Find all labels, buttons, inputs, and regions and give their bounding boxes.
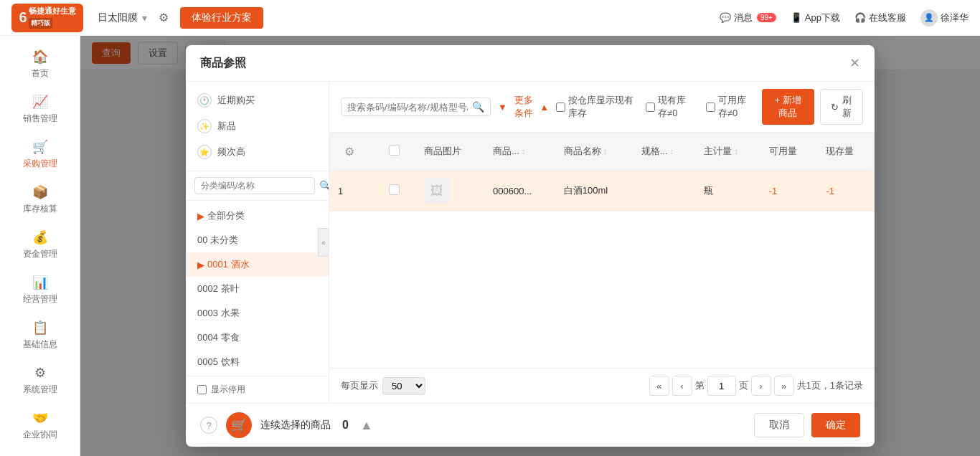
star-icon: ⭐ (197, 145, 212, 159)
cart-btn[interactable]: 🛒 (226, 412, 252, 438)
filter-btn[interactable]: ▼ 更多条件 ▲ (498, 94, 549, 120)
cell-spec (633, 171, 696, 212)
top-nav: 6 畅捷通好生意 精巧版 日太阳膜 ▾ ⚙ 体验行业方案 💬 消息 99+ 📱 … (0, 0, 980, 36)
checkbox-warehouse-input[interactable] (556, 103, 565, 112)
sidebar-item-system[interactable]: ⚙ 系统管理 (0, 358, 80, 403)
category-0005-label: 0005 饮料 (197, 356, 240, 369)
cancel-btn[interactable]: 取消 (754, 413, 804, 437)
sidebar-item-enterprise[interactable]: 🤝 企业协同 (0, 403, 80, 448)
clock-icon: 🕐 (197, 93, 212, 108)
category-all[interactable]: ▶ 全部分类 (186, 204, 329, 228)
sidebar-item-finance[interactable]: 💰 资金管理 (0, 222, 80, 267)
purchase-icon: 🛒 (32, 139, 48, 155)
next-page-btn[interactable]: › (751, 376, 771, 396)
cell-idx: 1 (329, 171, 380, 212)
show-disabled: 显示停用 (186, 376, 329, 403)
page-input[interactable] (707, 376, 736, 396)
user-item[interactable]: 👤 徐泽华 (920, 9, 969, 27)
brand-icon: 6 (19, 9, 27, 26)
modal-header: 商品参照 ✕ (186, 45, 875, 82)
settings-icon[interactable]: ⚙ (159, 11, 169, 24)
confirm-btn[interactable]: 确定 (811, 413, 860, 437)
product-search-input[interactable] (347, 102, 468, 113)
add-product-btn[interactable]: + 新增商品 (762, 89, 815, 125)
col-unit[interactable]: 主计量 (695, 133, 760, 171)
cell-name: 白酒100ml (555, 171, 633, 212)
help-btn[interactable]: ? (200, 417, 217, 434)
product-table: ⚙ 商品图片 商品... 商品名称 规格... (329, 133, 875, 212)
quick-nav-recent[interactable]: 🕐 近期购买 (186, 87, 329, 113)
category-0003-label: 0003 水果 (197, 307, 240, 320)
message-item[interactable]: 💬 消息 99+ (720, 11, 776, 24)
category-search-icon[interactable]: 🔍 (319, 180, 329, 191)
refresh-label: 刷新 (842, 94, 852, 120)
category-00[interactable]: 00 未分类 (186, 228, 329, 252)
experience-btn[interactable]: 体验行业方案 (180, 7, 263, 29)
table-settings-icon[interactable]: ⚙ (338, 140, 361, 163)
avatar: 👤 (920, 9, 938, 27)
table-row[interactable]: 1 🖼 000600... 白酒100ml (329, 171, 875, 212)
col-spec[interactable]: 规格... (633, 133, 696, 171)
sidebar-label-finance: 资金管理 (23, 248, 57, 260)
app-download-item[interactable]: 📱 App下载 (791, 11, 840, 24)
per-page-dropdown[interactable]: 50 100 200 (382, 377, 425, 395)
quick-nav: 🕐 近期购买 ✨ 新品 ⭐ 频次高 (186, 82, 329, 171)
cell-check[interactable] (380, 171, 415, 212)
checkbox-available-ne0[interactable]: 可用库存≠0 (706, 94, 755, 120)
col-name[interactable]: 商品名称 (555, 133, 633, 171)
col-check (380, 133, 415, 171)
checkbox-stock-ne0-input[interactable] (646, 103, 655, 112)
category-search-input[interactable] (194, 177, 315, 194)
quick-nav-frequent[interactable]: ⭐ 频次高 (186, 139, 329, 165)
select-all-checkbox[interactable] (389, 145, 400, 156)
nav-dropdown[interactable]: 日太阳膜 ▾ (98, 11, 147, 24)
count-badge: 0 (342, 419, 349, 432)
refresh-btn[interactable]: ↻ 刷新 (820, 89, 863, 125)
product-table-container: ⚙ 商品图片 商品... 商品名称 规格... (329, 133, 875, 368)
checkbox-stock-ne0-label: 现有库存≠0 (658, 94, 694, 120)
category-0003[interactable]: 0003 水果 (186, 301, 329, 326)
col-settings[interactable]: ⚙ (329, 133, 380, 171)
sidebar-item-basic[interactable]: 📋 基础信息 (0, 313, 80, 358)
modal-close-btn[interactable]: ✕ (849, 55, 860, 71)
sidebar-item-sales[interactable]: 📈 销售管理 (0, 87, 80, 132)
service-item[interactable]: 🎧 在线客服 (854, 11, 906, 24)
content-area: 查询 设置 刷新 商品参照 ✕ (80, 36, 980, 456)
sidebar: 🏠 首页 📈 销售管理 🛒 采购管理 📦 库存核算 💰 资金管理 📊 经营管理 … (0, 36, 80, 456)
category-0004[interactable]: 0004 零食 (186, 326, 329, 350)
checkbox-warehouse-label: 按仓库显示现有库存 (568, 94, 634, 120)
col-code[interactable]: 商品... (484, 133, 555, 171)
quick-nav-recent-label: 近期购买 (217, 94, 255, 107)
modal-footer: ? 🛒 连续选择的商品 0 ▲ 取消 确定 (186, 403, 875, 447)
category-0002[interactable]: 0002 茶叶 (186, 277, 329, 301)
quick-nav-new[interactable]: ✨ 新品 (186, 113, 329, 139)
category-0001[interactable]: ▶ 0001 酒水 (186, 252, 329, 277)
sidebar-item-guide[interactable]: 📚 新手引导 (0, 448, 80, 456)
last-page-btn[interactable]: » (774, 376, 794, 396)
sidebar-item-inventory[interactable]: 📦 库存核算 (0, 177, 80, 222)
sidebar-item-home[interactable]: 🏠 首页 (0, 42, 80, 87)
refresh-icon: ↻ (831, 102, 839, 113)
sidebar-item-purchase[interactable]: 🛒 采购管理 (0, 132, 80, 177)
category-0001-label: 0001 酒水 (207, 258, 250, 271)
table-head: ⚙ 商品图片 商品... 商品名称 规格... (329, 133, 875, 171)
modal-overlay: 商品参照 ✕ 🕐 近期购买 ✨ (80, 36, 980, 456)
checkbox-stock-ne0[interactable]: 现有库存≠0 (646, 94, 694, 120)
brand-name: 畅捷通好生意 (29, 6, 76, 16)
prev-page-btn[interactable]: ‹ (672, 376, 692, 396)
search-icon[interactable]: 🔍 (472, 101, 484, 113)
footer-collapse-icon[interactable]: ▲ (360, 418, 373, 433)
checkbox-warehouse[interactable]: 按仓库显示现有库存 (556, 94, 634, 120)
cell-code: 000600... (484, 171, 555, 212)
category-0005[interactable]: 0005 饮料 (186, 350, 329, 374)
sidebar-item-operations[interactable]: 📊 经营管理 (0, 267, 80, 313)
operations-icon: 📊 (32, 275, 48, 290)
first-page-btn[interactable]: « (649, 376, 669, 396)
cell-stock: -1 (817, 171, 875, 212)
sidebar-label-operations: 经营管理 (23, 293, 57, 305)
row-checkbox[interactable] (389, 184, 400, 195)
collapse-panel-btn[interactable]: « (318, 228, 329, 257)
search-box: 🔍 (341, 98, 491, 116)
checkbox-available-ne0-input[interactable] (706, 103, 715, 112)
show-disabled-checkbox[interactable] (197, 385, 207, 394)
